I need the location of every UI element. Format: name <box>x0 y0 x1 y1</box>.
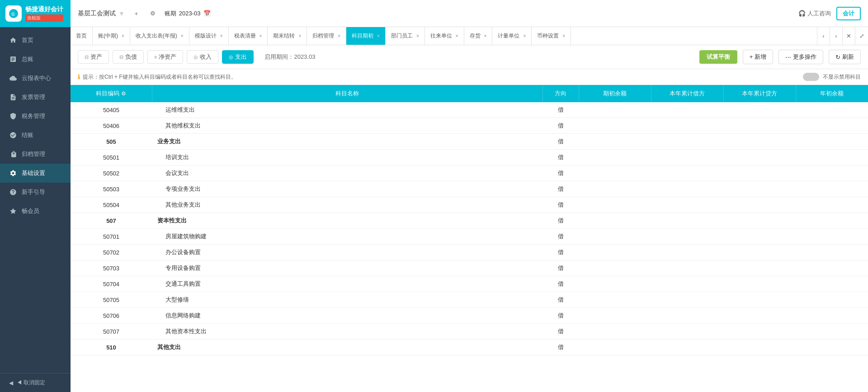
sidebar-item-close[interactable]: 结账 <box>0 126 71 145</box>
period-display: 账期 2023-03 📅 <box>165 9 211 18</box>
tab-currency-close[interactable]: × <box>562 33 565 38</box>
sidebar-item-settings[interactable]: 基础设置 <box>0 164 71 183</box>
tab-taxclear-label: 税表清册 <box>234 32 256 40</box>
sidebar-footer[interactable]: ◀ ◀ 取消固定 <box>0 373 71 392</box>
account-button[interactable]: 会计 <box>836 7 861 20</box>
tab-period[interactable]: 账(中期) × <box>93 27 130 45</box>
period-label-text: 账期 <box>165 9 176 18</box>
refresh-button[interactable]: ↻ 刷新 <box>829 50 861 64</box>
tab-partner[interactable]: 往来单位 × <box>425 27 464 45</box>
filter-tab-netasset[interactable]: ≡ 净资产 <box>147 50 183 64</box>
cell-opening <box>579 213 651 229</box>
tab-template[interactable]: 模版设计 × <box>189 27 229 45</box>
table-row[interactable]: 50501 培训支出 借 <box>71 150 868 165</box>
tab-income[interactable]: 收入支出表(年报) × <box>130 27 189 45</box>
cell-credit <box>723 260 796 276</box>
sidebar-item-tax[interactable]: 税务管理 <box>0 107 71 126</box>
add-tab-button[interactable]: ＋ <box>130 7 143 20</box>
more-actions-button[interactable]: ⋯ 更多操作 <box>778 50 823 64</box>
topbar-right: 🎧 人工咨询 会计 <box>798 7 861 20</box>
table-row[interactable]: 50703 专用设备购置 借 <box>71 260 868 276</box>
invoice-icon <box>9 93 17 101</box>
sidebar-item-home[interactable]: 首页 <box>0 31 71 50</box>
filter-tab-asset[interactable]: ⊟ 资产 <box>78 50 109 64</box>
cloud-icon <box>9 74 17 82</box>
tab-taxclear[interactable]: 税表清册 × <box>229 27 268 45</box>
tab-expand-button[interactable]: ⤢ <box>855 27 868 45</box>
tab-next-button[interactable]: › <box>830 27 843 45</box>
cell-year-opening <box>796 165 868 181</box>
table-row[interactable]: 50706 信息网络购建 借 <box>71 308 868 324</box>
gear-icon[interactable]: ⚙ <box>121 90 126 97</box>
table-row[interactable]: 510 其他支出 借 <box>71 340 868 355</box>
cell-name: 资本性支出 <box>152 213 542 229</box>
tab-home[interactable]: 首页 <box>71 27 93 45</box>
cell-year-opening <box>796 150 868 165</box>
sidebar-item-label: 云报表中心 <box>22 74 51 82</box>
table-row[interactable]: 50704 交通工具购置 借 <box>71 276 868 292</box>
table-row[interactable]: 50502 会议支出 借 <box>71 165 868 181</box>
settings-button[interactable]: ⚙ <box>146 7 159 20</box>
calendar-icon[interactable]: 📅 <box>203 10 211 17</box>
tab-template-close[interactable]: × <box>220 33 223 38</box>
sidebar-item-invoice[interactable]: 发票管理 <box>0 88 71 107</box>
tab-archive[interactable]: 归档管理 × <box>307 27 346 45</box>
cell-debit <box>651 134 723 150</box>
tab-archive-close[interactable]: × <box>338 33 340 38</box>
table-row[interactable]: 50702 办公设备购置 借 <box>71 245 868 260</box>
table-row[interactable]: 50405 运维维支出 借 <box>71 102 868 118</box>
add-button[interactable]: + 新增 <box>743 50 773 64</box>
tab-period-close[interactable]: × <box>122 33 124 38</box>
table-row[interactable]: 505 业务支出 借 <box>71 134 868 150</box>
tab-dept-close[interactable]: × <box>416 33 419 38</box>
cell-name: 房屋建筑物购建 <box>152 229 542 245</box>
tab-yearend-close[interactable]: × <box>298 33 301 38</box>
sidebar-item-label: 归档管理 <box>22 150 45 158</box>
cell-opening <box>579 340 651 355</box>
cell-code: 50702 <box>71 245 152 260</box>
tab-close-all-button[interactable]: ✕ <box>843 27 855 45</box>
tab-stock-close[interactable]: × <box>484 33 487 38</box>
cell-year-opening <box>796 213 868 229</box>
tab-yearend[interactable]: 期末结转 × <box>268 27 307 45</box>
sidebar-item-member[interactable]: 畅会员 <box>0 202 71 221</box>
table-row[interactable]: 507 资本性支出 借 <box>71 213 868 229</box>
toggle-disabled-subjects[interactable] <box>803 73 819 81</box>
tab-subject-close[interactable]: × <box>377 33 380 38</box>
sidebar-item-guide[interactable]: 新手引导 <box>0 183 71 202</box>
table-row[interactable]: 50705 大型修缮 借 <box>71 292 868 308</box>
col-header-credit: 本年累计贷方 <box>723 85 796 102</box>
tab-prev-button[interactable]: ‹ <box>817 27 830 45</box>
tab-stock[interactable]: 存货 × <box>464 27 493 45</box>
sidebar-item-label: 发票管理 <box>22 93 45 101</box>
sidebar-item-cloud[interactable]: 云报表中心 <box>0 69 71 88</box>
table-row[interactable]: 50504 其他业务支出 借 <box>71 197 868 213</box>
table-container[interactable]: 科目编码 ⚙ 科目名称 方向 期初余额 本年累计借方 本年累计贷方 年初余额 5… <box>71 85 868 392</box>
table-row[interactable]: 50707 其他资本性支出 借 <box>71 324 868 340</box>
cell-direction: 借 <box>542 340 579 355</box>
tab-taxclear-close[interactable]: × <box>259 33 262 38</box>
calculate-button[interactable]: 试算平衡 <box>699 50 737 64</box>
sidebar-item-ledger[interactable]: 总账 <box>0 50 71 69</box>
tab-stock-label: 存货 <box>470 32 481 40</box>
tab-subject[interactable]: 科目期初 × <box>346 27 386 45</box>
sidebar-item-archive[interactable]: 归档管理 <box>0 145 71 164</box>
tab-nav-buttons: ‹ › ✕ ⤢ <box>817 27 868 45</box>
filter-tab-liability[interactable]: ⊟ 负债 <box>113 50 144 64</box>
cell-debit <box>651 150 723 165</box>
table-row[interactable]: 50406 其他维权支出 借 <box>71 118 868 134</box>
tax-icon <box>9 112 17 120</box>
table-row[interactable]: 50701 房屋建筑物购建 借 <box>71 229 868 245</box>
filter-tab-expense[interactable]: ◎ 支出 <box>222 50 254 64</box>
logo-text: 畅捷通好会计 旗舰版 <box>25 5 63 22</box>
table-row[interactable]: 50503 专项业务支出 借 <box>71 181 868 197</box>
collapse-sidebar-button[interactable]: ◀ ◀ 取消固定 <box>9 379 61 387</box>
tab-unit[interactable]: 计量单位 × <box>492 27 532 45</box>
help-button[interactable]: 🎧 人工咨询 <box>798 9 831 18</box>
tab-unit-close[interactable]: × <box>523 33 526 38</box>
tab-income-close[interactable]: × <box>181 33 184 38</box>
tab-partner-close[interactable]: × <box>456 33 458 38</box>
tab-dept[interactable]: 部门员工 × <box>386 27 425 45</box>
tab-currency[interactable]: 币种设置 × <box>532 27 571 45</box>
filter-tab-income[interactable]: ◎ 收入 <box>187 50 218 64</box>
